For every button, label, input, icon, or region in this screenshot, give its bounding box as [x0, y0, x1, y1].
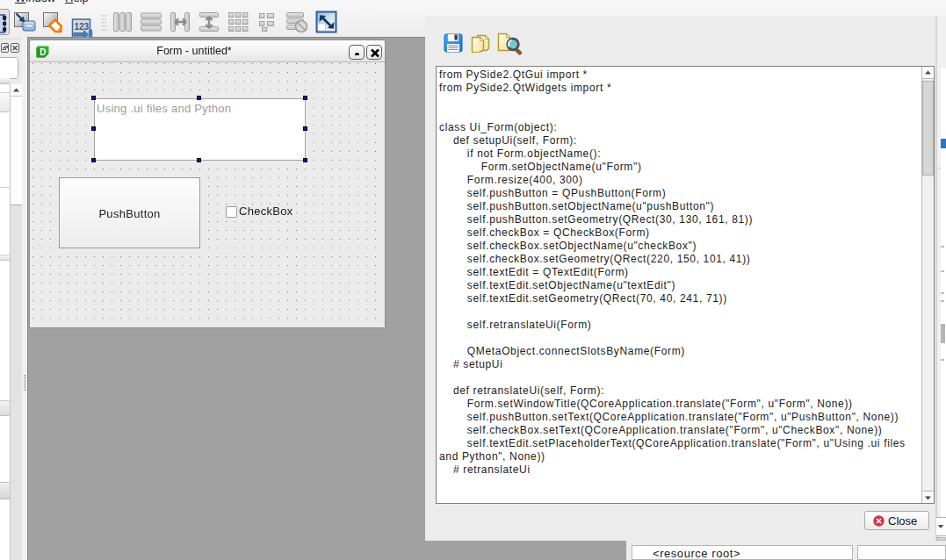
svg-text:123: 123 — [74, 22, 89, 32]
